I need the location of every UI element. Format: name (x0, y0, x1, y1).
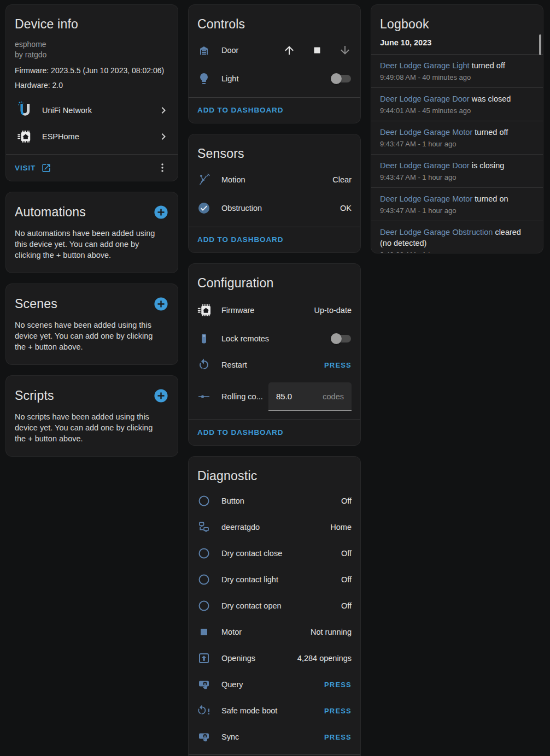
cover-stop-button[interactable] (311, 44, 324, 57)
lock-remotes-row[interactable]: Lock remotes (189, 326, 360, 352)
lock-remotes-label: Lock remotes (221, 334, 331, 343)
entry-action: is closing (472, 161, 505, 170)
entity-link[interactable]: Deer Lodge Garage Door (380, 161, 470, 170)
diagnostic-card: Diagnostic Button Off deerratgdo Home (188, 456, 361, 756)
cover-open-button[interactable] (283, 44, 296, 57)
chevron-right-icon (157, 104, 170, 117)
integration-row-esphome[interactable]: ESPHome (6, 123, 178, 150)
logbook-card: Logbook June 10, 2023 Deer Lodge Garage … (371, 4, 543, 253)
cover-close-button[interactable] (338, 44, 352, 57)
logbook-entry[interactable]: Deer Lodge Garage Light turned off 9:49:… (371, 55, 543, 88)
entry-time: 9:43:47 AM - 1 hour ago (380, 173, 534, 181)
row-label: Dry contact close (221, 549, 341, 558)
sensors-card: Sensors Motion Clear Obstruction OK ADD … (188, 134, 361, 253)
entry-action: turned off (475, 128, 508, 137)
motion-label: Motion (221, 175, 332, 184)
rolling-code-value: 85.0 (276, 392, 323, 401)
row-label: Sync (221, 733, 324, 741)
entry-action: turned on (475, 194, 508, 203)
entity-link[interactable]: Deer Lodge Garage Door (380, 94, 470, 103)
row-value: Off (341, 575, 352, 584)
entity-link[interactable]: Deer Lodge Garage Obstruction (380, 228, 493, 237)
obstruction-value: OK (340, 204, 352, 212)
add-scene-button[interactable] (153, 296, 169, 312)
arrow-up-box-icon (197, 652, 210, 665)
lock-remotes-toggle[interactable] (331, 333, 352, 344)
motor-row[interactable]: Motor Not running (189, 619, 360, 645)
check-circle-icon (197, 202, 210, 215)
entry-time: 9:44:01 AM - 45 minutes ago (380, 107, 534, 115)
row-label: Motor (221, 628, 311, 636)
restart-press-button[interactable]: PRESS (324, 361, 352, 369)
safe-mode-boot-row[interactable]: Safe mode boot PRESS (189, 698, 360, 724)
row-label: Openings (221, 654, 297, 663)
add-to-dashboard-link[interactable]: ADD TO DASHBOARD (189, 227, 360, 252)
add-automation-button[interactable] (153, 204, 169, 220)
button-row[interactable]: Button Off (189, 488, 360, 514)
visit-label: VISIT (15, 164, 36, 172)
scripts-title: Scripts (15, 388, 54, 403)
dry-contact-light-row[interactable]: Dry contact light Off (189, 566, 360, 593)
add-to-dashboard-link[interactable]: ADD TO DASHBOARD (189, 97, 360, 123)
entry-time: 9:43:47 AM - 1 hour ago (380, 140, 534, 148)
row-value: Home (330, 523, 352, 531)
rolling-code-input[interactable]: 85.0 codes (268, 382, 352, 411)
motion-sensor-row[interactable]: Motion Clear (189, 166, 360, 194)
automations-title: Automations (15, 205, 86, 220)
chevron-right-icon (157, 130, 170, 143)
query-press-button[interactable]: PRESS (324, 681, 352, 689)
firmware-row[interactable]: Firmware Up-to-date (189, 295, 360, 326)
overflow-menu-icon[interactable] (156, 161, 169, 174)
logbook-entries: Deer Lodge Garage Light turned off 9:49:… (371, 54, 543, 253)
open-in-new-icon (41, 163, 51, 173)
dry-contact-open-row[interactable]: Dry contact open Off (189, 593, 360, 619)
logbook-entry[interactable]: Deer Lodge Garage Obstruction cleared (n… (371, 221, 543, 253)
logbook-entry[interactable]: Deer Lodge Garage Motor turned off 9:43:… (371, 121, 543, 155)
entity-link[interactable]: Deer Lodge Garage Motor (380, 194, 472, 203)
scenes-card: Scenes No scenes have been added using t… (5, 284, 178, 365)
light-toggle[interactable] (331, 73, 352, 84)
door-control-row[interactable]: Door (189, 36, 360, 64)
scenes-title: Scenes (15, 297, 57, 311)
door-label: Door (221, 46, 283, 55)
motion-value: Clear (332, 175, 352, 184)
entry-time: 9:49:08 AM - 40 minutes ago (380, 73, 534, 81)
row-value: Off (341, 549, 352, 558)
add-script-button[interactable] (153, 388, 169, 404)
unifi-logo-icon (14, 99, 37, 122)
deerratgdo-row[interactable]: deerratgdo Home (189, 514, 360, 540)
integration-row-unifi[interactable]: UniFi Network (6, 97, 178, 123)
rolling-code-label: Rolling co... (221, 392, 268, 401)
automations-empty-text: No automations have been added using thi… (6, 225, 170, 273)
safe-mode-boot-press-button[interactable]: PRESS (324, 707, 352, 715)
rolling-code-unit: codes (323, 392, 344, 401)
entity-link[interactable]: Deer Lodge Garage Light (380, 61, 470, 70)
visit-button[interactable]: VISIT (15, 163, 51, 173)
obstruction-sensor-row[interactable]: Obstruction OK (189, 194, 360, 222)
scripts-card: Scripts No scripts have been added using… (5, 375, 178, 457)
gesture-tap-icon (197, 678, 210, 691)
dry-contact-close-row[interactable]: Dry contact close Off (189, 540, 360, 566)
controls-title: Controls (197, 17, 352, 32)
device-info-title: Device info (15, 17, 169, 32)
logbook-entry[interactable]: Deer Lodge Garage Door was closed 9:44:0… (371, 88, 543, 121)
logbook-entry[interactable]: Deer Lodge Garage Door is closing 9:43:4… (371, 155, 543, 188)
rolling-code-row: Rolling co... 85.0 codes (189, 378, 360, 415)
add-to-dashboard-link[interactable]: ADD TO DASHBOARD (189, 420, 360, 445)
scenes-empty-text: No scenes have been added using this dev… (6, 316, 170, 364)
logbook-date-header: June 10, 2023 (371, 33, 543, 54)
light-control-row[interactable]: Light (189, 64, 360, 93)
sync-row[interactable]: Sync PRESS (189, 724, 360, 750)
openings-row[interactable]: Openings 4,284 openings (189, 645, 360, 671)
logbook-entry[interactable]: Deer Lodge Garage Motor turned on 9:43:4… (371, 188, 543, 221)
cover-buttons (283, 44, 352, 57)
logbook-title: Logbook (380, 17, 534, 32)
entity-link[interactable]: Deer Lodge Garage Motor (380, 128, 472, 137)
logbook-scrollbar[interactable] (539, 34, 541, 55)
integration-label: ESPHome (42, 132, 157, 141)
sync-press-button[interactable]: PRESS (324, 733, 352, 741)
gesture-tap-icon (197, 730, 210, 743)
query-row[interactable]: Query PRESS (189, 671, 360, 698)
restart-row[interactable]: Restart PRESS (189, 352, 360, 378)
automations-card: Automations No automations have been add… (5, 192, 178, 273)
